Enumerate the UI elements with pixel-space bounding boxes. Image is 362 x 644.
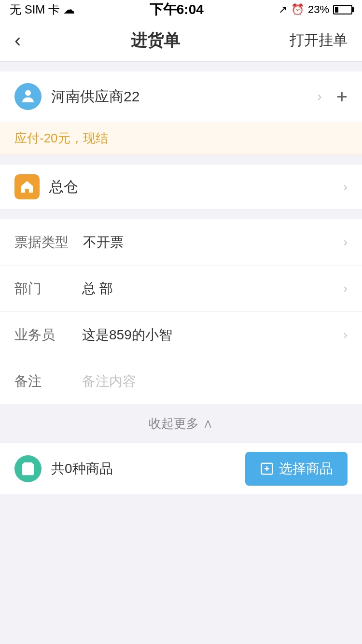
battery-label: 23%	[308, 3, 329, 16]
department-chevron-icon: ›	[343, 281, 348, 296]
select-goods-label: 选择商品	[279, 460, 333, 478]
sim-label: 无 SIM 卡 ☁	[10, 2, 75, 17]
open-pending-button[interactable]: 打开挂单	[290, 30, 348, 50]
warehouse-chevron-icon: ›	[343, 180, 348, 195]
department-value: 总 部	[68, 280, 343, 298]
alarm-icon: ⏰	[291, 3, 304, 16]
invoice-type-value: 不开票	[69, 233, 343, 252]
department-row[interactable]: 部门 总 部 ›	[0, 266, 362, 312]
goods-icon-wrap	[14, 455, 42, 482]
top-divider	[0, 62, 362, 71]
goods-count: 共0种商品	[51, 460, 245, 478]
person-icon	[19, 88, 37, 105]
supplier-chevron-icon: ›	[317, 89, 321, 104]
collapse-toggle[interactable]: 收起更多 ∧	[0, 405, 362, 443]
supplier-name: 河南供应商22	[51, 87, 317, 107]
department-label: 部门	[14, 280, 68, 298]
remark-row[interactable]: 备注 备注内容	[0, 358, 362, 405]
svg-point-0	[25, 90, 31, 96]
supplier-section: 河南供应商22 › + 应付-20元，现结	[0, 71, 362, 155]
bottom-bar: 共0种商品 选择商品	[0, 443, 362, 494]
invoice-type-chevron-icon: ›	[343, 235, 348, 250]
salesperson-chevron-icon: ›	[343, 327, 348, 342]
supplier-avatar	[14, 83, 42, 110]
status-right: ↗ ⏰ 23%	[278, 3, 352, 16]
salesperson-value: 这是859的小智	[68, 326, 343, 344]
divider-2	[0, 210, 362, 219]
status-time: 下午6:04	[150, 0, 204, 19]
house-icon	[19, 179, 35, 195]
select-goods-icon	[260, 462, 274, 476]
goods-icon	[20, 461, 36, 476]
back-button[interactable]: ‹	[14, 29, 21, 51]
warehouse-section: 总仓 ›	[0, 165, 362, 210]
status-left: 无 SIM 卡 ☁	[10, 2, 75, 17]
invoice-type-row[interactable]: 票据类型 不开票 ›	[0, 219, 362, 266]
supplier-row[interactable]: 河南供应商22 › +	[0, 71, 362, 122]
location-icon: ↗	[278, 3, 287, 16]
warehouse-row[interactable]: 总仓 ›	[0, 165, 362, 210]
warehouse-name: 总仓	[49, 177, 343, 197]
remark-placeholder: 备注内容	[68, 372, 348, 391]
rest-area	[0, 494, 362, 639]
remark-label: 备注	[14, 372, 68, 391]
supplier-notice: 应付-20元，现结	[0, 122, 362, 155]
battery-icon	[333, 5, 352, 14]
fields-section: 票据类型 不开票 › 部门 总 部 › 业务员 这是859的小智 › 备注 备注…	[0, 219, 362, 405]
warehouse-icon	[14, 174, 40, 199]
select-goods-button[interactable]: 选择商品	[245, 452, 348, 486]
status-bar: 无 SIM 卡 ☁ 下午6:04 ↗ ⏰ 23%	[0, 0, 362, 19]
collapse-label: 收起更多 ∧	[149, 415, 213, 432]
add-button[interactable]: +	[336, 86, 348, 108]
invoice-type-label: 票据类型	[14, 233, 69, 252]
salesperson-label: 业务员	[14, 326, 68, 344]
divider-1	[0, 155, 362, 165]
page-title: 进货单	[131, 29, 180, 52]
salesperson-row[interactable]: 业务员 这是859的小智 ›	[0, 312, 362, 358]
nav-bar: ‹ 进货单 打开挂单	[0, 19, 362, 62]
